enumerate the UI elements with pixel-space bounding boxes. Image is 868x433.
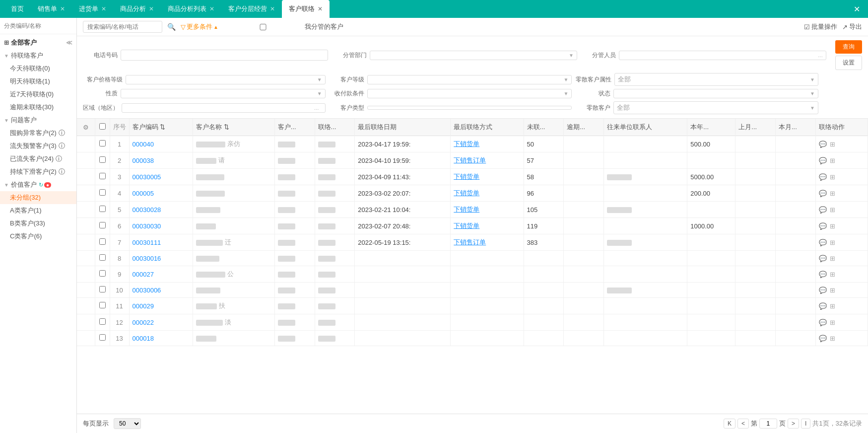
- row-checkbox[interactable]: [99, 254, 106, 261]
- row-code[interactable]: 00030006: [129, 283, 193, 298]
- row-checkbox[interactable]: [99, 302, 106, 308]
- row-code[interactable]: 00030016: [129, 251, 193, 266]
- row-checkbox-cell[interactable]: [95, 266, 110, 283]
- close-icon[interactable]: ✕: [101, 5, 106, 12]
- grid-action-icon[interactable]: ⊞: [830, 302, 835, 310]
- row-last-contact-method[interactable]: 下销货单: [451, 136, 524, 152]
- sidebar-item-overdue[interactable]: 逾期未联络(30): [0, 101, 76, 114]
- row-action[interactable]: 💬 ⊞: [815, 314, 868, 331]
- grid-action-icon[interactable]: ⊞: [830, 239, 835, 246]
- person-select[interactable]: …: [619, 51, 826, 60]
- zero-customer-select[interactable]: 全部 ▼: [613, 101, 818, 114]
- sidebar-item-7days-pending[interactable]: 近7天待联络(0): [0, 88, 76, 101]
- window-close-button[interactable]: ✕: [850, 4, 864, 14]
- row-checkbox-cell[interactable]: [95, 136, 110, 152]
- grid-action-icon[interactable]: ⊞: [830, 173, 835, 181]
- close-icon[interactable]: ✕: [60, 5, 65, 12]
- row-last-contact-method[interactable]: 下销货单: [451, 169, 524, 185]
- row-action[interactable]: 💬 ⊞: [815, 298, 868, 314]
- contact-method-link[interactable]: 下销货单: [454, 173, 479, 180]
- row-checkbox-cell[interactable]: [95, 331, 110, 346]
- row-action[interactable]: 💬 ⊞: [815, 331, 868, 346]
- phone-input[interactable]: [121, 50, 328, 61]
- chat-icon[interactable]: 💬: [819, 206, 827, 214]
- row-checkbox-cell[interactable]: [95, 169, 110, 185]
- payment-select[interactable]: ▼: [367, 89, 572, 98]
- row-action[interactable]: 💬 ⊞: [815, 169, 868, 185]
- contact-method-link[interactable]: 下销货单: [454, 206, 479, 213]
- row-last-contact-method[interactable]: [451, 331, 524, 346]
- sidebar-search-input[interactable]: [4, 22, 77, 29]
- col-code[interactable]: 客户编码 ⇅: [129, 119, 193, 136]
- row-code[interactable]: 00030028: [129, 202, 193, 218]
- column-settings-icon[interactable]: ⚙: [83, 124, 89, 131]
- row-action[interactable]: 💬 ⊞: [815, 218, 868, 234]
- tab-customer-tier[interactable]: 客户分层经营 ✕: [221, 0, 282, 18]
- chat-icon[interactable]: 💬: [819, 173, 827, 181]
- grid-action-icon[interactable]: ⊞: [830, 335, 835, 342]
- row-checkbox[interactable]: [99, 334, 106, 341]
- search-button[interactable]: 查询: [835, 40, 862, 54]
- grid-action-icon[interactable]: ⊞: [830, 255, 835, 262]
- row-code[interactable]: 000018: [129, 331, 193, 346]
- price-level-select[interactable]: ▼: [126, 75, 326, 84]
- first-page-button[interactable]: K: [724, 419, 735, 429]
- tab-product-analysis[interactable]: 商品分析 ✕: [113, 0, 161, 18]
- reset-button[interactable]: 设置: [835, 56, 862, 70]
- row-checkbox[interactable]: [99, 189, 106, 196]
- contact-method-link[interactable]: 下销售订单: [454, 238, 486, 246]
- row-last-contact-method[interactable]: 下销货单: [451, 202, 524, 218]
- row-last-contact-method[interactable]: 下销售订单: [451, 152, 524, 169]
- contact-method-link[interactable]: 下销售订单: [454, 156, 486, 164]
- sidebar-item-ungrouped[interactable]: 未分组(32): [0, 191, 76, 204]
- chat-icon[interactable]: 💬: [819, 255, 827, 262]
- row-code[interactable]: 000027: [129, 266, 193, 283]
- row-last-contact-method[interactable]: [451, 314, 524, 331]
- row-checkbox-cell[interactable]: [95, 202, 110, 218]
- sidebar-item-churn-risk[interactable]: 流失预警客户(3) ⓘ: [0, 140, 76, 152]
- row-last-contact-method[interactable]: [451, 251, 524, 266]
- row-checkbox-cell[interactable]: [95, 185, 110, 202]
- row-checkbox-cell[interactable]: [95, 251, 110, 266]
- sidebar-item-declining[interactable]: 持续下滑客户(2) ⓘ: [0, 165, 76, 178]
- sidebar-item-today-pending[interactable]: 今天待联络(0): [0, 62, 76, 75]
- more-filter-button[interactable]: ▽ 更多条件 ▲: [181, 22, 218, 31]
- tab-home[interactable]: 首页: [4, 0, 31, 18]
- chat-icon[interactable]: 💬: [819, 319, 827, 326]
- row-checkbox-cell[interactable]: [95, 234, 110, 251]
- row-action[interactable]: 💬 ⊞: [815, 251, 868, 266]
- row-code[interactable]: 00030111: [129, 234, 193, 251]
- close-icon[interactable]: ✕: [270, 5, 275, 12]
- row-code[interactable]: 000040: [129, 136, 193, 152]
- grid-action-icon[interactable]: ⊞: [830, 206, 835, 214]
- sidebar-item-tomorrow-pending[interactable]: 明天待联络(1): [0, 75, 76, 88]
- tab-product-analysis-list[interactable]: 商品分析列表 ✕: [161, 0, 221, 18]
- tab-sales-order[interactable]: 销售单 ✕: [31, 0, 72, 18]
- col-name[interactable]: 客户名称 ⇅: [193, 119, 274, 136]
- chat-icon[interactable]: 💬: [819, 141, 827, 148]
- customer-level-select[interactable]: ▼: [367, 75, 572, 84]
- row-checkbox[interactable]: [99, 206, 106, 212]
- row-code[interactable]: 00030005: [129, 169, 193, 185]
- chat-icon[interactable]: 💬: [819, 302, 827, 310]
- row-code[interactable]: 000022: [129, 314, 193, 331]
- close-icon[interactable]: ✕: [149, 5, 154, 12]
- tab-purchase-order[interactable]: 进货单 ✕: [72, 0, 113, 18]
- row-last-contact-method[interactable]: [451, 266, 524, 283]
- row-checkbox[interactable]: [99, 173, 106, 179]
- sidebar-item-class-a[interactable]: A类客户(1): [0, 204, 76, 217]
- row-last-contact-method[interactable]: [451, 283, 524, 298]
- search-input[interactable]: [83, 21, 162, 33]
- export-button[interactable]: ↗ 导出: [842, 22, 862, 31]
- collapse-icon[interactable]: ≪: [66, 39, 72, 46]
- row-checkbox[interactable]: [99, 286, 106, 292]
- tab-customer-contact[interactable]: 客户联络 ✕: [282, 0, 330, 18]
- chat-icon[interactable]: 💬: [819, 190, 827, 197]
- chat-icon[interactable]: 💬: [819, 239, 827, 246]
- row-checkbox-cell[interactable]: [95, 314, 110, 331]
- row-code[interactable]: 000029: [129, 298, 193, 314]
- row-action[interactable]: 💬 ⊞: [815, 152, 868, 169]
- last-page-button[interactable]: I: [801, 419, 810, 429]
- row-last-contact-method[interactable]: 下销售订单: [451, 234, 524, 251]
- status-select[interactable]: ▼: [613, 89, 818, 98]
